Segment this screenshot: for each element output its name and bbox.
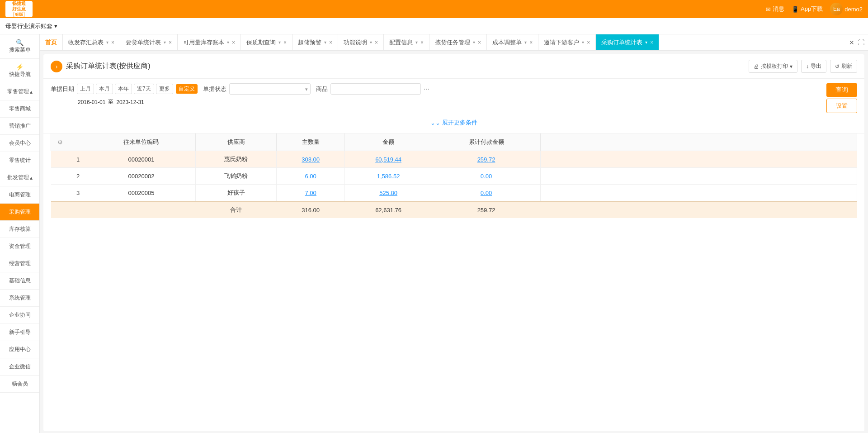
tab-gongneng[interactable]: 功能说明 ▾ × bbox=[338, 34, 384, 50]
tab-chengbentiaozhen[interactable]: 成本调整单 ▾ × bbox=[487, 34, 538, 50]
sidebar-item-retail-stats[interactable]: 零售统计 bbox=[0, 152, 39, 169]
status-select[interactable] bbox=[229, 83, 311, 95]
tab-chengbentiaozhen-close[interactable]: × bbox=[529, 39, 533, 46]
date-shortcut-this-month[interactable]: 本月 bbox=[96, 84, 113, 94]
sidebar-item-enterprise-collab[interactable]: 企业协同 bbox=[0, 307, 39, 324]
tab-caigoudingdan-close[interactable]: × bbox=[650, 39, 653, 46]
tab-shoufacun-close[interactable]: × bbox=[111, 39, 114, 46]
sidebar-enterprise-collab-label: 企业协同 bbox=[0, 311, 39, 319]
sidebar-item-app-center[interactable]: 应用中心 bbox=[0, 341, 39, 358]
column-settings-icon[interactable]: ⚙ bbox=[57, 139, 63, 146]
sidebar-item-retail-mgmt[interactable]: 零售管理 ▴ bbox=[0, 83, 39, 100]
sidebar-item-new-guide[interactable]: 新手引导 bbox=[0, 324, 39, 341]
message-label: 消息 bbox=[773, 5, 784, 13]
btn-query[interactable]: 查询 bbox=[826, 83, 857, 97]
row1-amount[interactable]: 60,519.44 bbox=[345, 151, 432, 168]
tab-peizhi[interactable]: 配置信息 ▾ × bbox=[384, 34, 429, 50]
tab-maximize-button[interactable]: ⛶ bbox=[858, 39, 864, 46]
sidebar-search-label: 搜索菜单 bbox=[0, 46, 39, 54]
btn-template-print[interactable]: 🖨 按模板打印 ▾ bbox=[749, 60, 797, 73]
goods-more-icon[interactable]: ··· bbox=[424, 85, 429, 93]
tab-keyongliang[interactable]: 可用量库存账本 ▾ × bbox=[178, 34, 241, 50]
tab-yaohuo-close[interactable]: × bbox=[169, 39, 172, 46]
tab-paihuorenwu-dropdown[interactable]: ▾ bbox=[473, 40, 475, 45]
tab-keyongliang-dropdown[interactable]: ▾ bbox=[227, 40, 229, 45]
tab-shoufacun-dropdown[interactable]: ▾ bbox=[106, 40, 108, 45]
sidebar-retail-mgmt-label: 零售管理 bbox=[7, 88, 29, 95]
btn-refresh[interactable]: ↺ 刷新 bbox=[830, 60, 857, 73]
sidebar-item-operations-mgmt[interactable]: 经营管理 bbox=[0, 255, 39, 272]
user-avatar-button[interactable]: Ea demo2 bbox=[830, 3, 863, 15]
sidebar-item-marketing[interactable]: 营销推广 bbox=[0, 118, 39, 135]
row3-main-qty[interactable]: 7.00 bbox=[277, 185, 345, 202]
tab-paihuorenwu-close[interactable]: × bbox=[478, 39, 481, 46]
col-settings: ⚙ bbox=[51, 133, 69, 151]
tab-chaochuyujing[interactable]: 超储预警 ▾ × bbox=[292, 34, 338, 50]
filter-goods-group: 商品 ··· bbox=[316, 83, 429, 95]
date-shortcut-7days[interactable]: 近7天 bbox=[134, 84, 154, 94]
tab-gongneng-dropdown[interactable]: ▾ bbox=[370, 40, 372, 45]
tab-caigoudingdan[interactable]: 采购订单统计表 ▾ × bbox=[596, 34, 659, 50]
tab-gongneng-close[interactable]: × bbox=[375, 39, 378, 46]
tab-baoyuanqi-dropdown[interactable]: ▾ bbox=[278, 40, 281, 45]
row2-amount[interactable]: 1,586.52 bbox=[345, 168, 432, 185]
download-icon: 📱 bbox=[792, 6, 799, 13]
tab-baoyuanqi[interactable]: 保质期查询 ▾ × bbox=[241, 34, 292, 50]
sidebar-item-ecommerce-mgmt[interactable]: 电商管理 bbox=[0, 186, 39, 204]
tab-chaochuyujing-close[interactable]: × bbox=[329, 39, 332, 46]
row3-paid-amount[interactable]: 0.00 bbox=[432, 185, 541, 202]
status-select-wrapper bbox=[229, 83, 311, 95]
tab-chengbentiaozhen-dropdown[interactable]: ▾ bbox=[524, 40, 527, 45]
btn-export[interactable]: ↓ 导出 bbox=[801, 60, 826, 73]
tab-peizhi-dropdown[interactable]: ▾ bbox=[415, 40, 418, 45]
tab-baoyuanqi-close[interactable]: × bbox=[283, 39, 287, 46]
row2-paid-amount[interactable]: 0.00 bbox=[432, 168, 541, 185]
tab-paihuorenwu[interactable]: 拣货任务管理 ▾ × bbox=[429, 34, 487, 50]
panel-toggle-button[interactable]: › bbox=[51, 61, 62, 72]
btn-settings[interactable]: 设置 bbox=[826, 99, 857, 113]
message-button[interactable]: ✉ 消息 bbox=[766, 5, 784, 13]
goods-input[interactable] bbox=[330, 83, 421, 95]
date-shortcut-this-year[interactable]: 本年 bbox=[115, 84, 132, 94]
row2-main-qty[interactable]: 6.00 bbox=[277, 168, 345, 185]
tab-chaochuyujing-dropdown[interactable]: ▾ bbox=[324, 40, 326, 45]
tab-close-all-button[interactable]: ✕ bbox=[849, 39, 854, 46]
sidebar-item-basic-info[interactable]: 基础信息 bbox=[0, 272, 39, 290]
tab-yaohuo-dropdown[interactable]: ▾ bbox=[164, 40, 166, 45]
sidebar-operations-mgmt-label: 经营管理 bbox=[0, 260, 39, 267]
col-unit-code: 往来单位编码 bbox=[87, 133, 196, 151]
expand-more-button[interactable]: ⌄⌄ 展开更多条件 bbox=[430, 117, 477, 128]
tab-yaohuo[interactable]: 要货单统计表 ▾ × bbox=[120, 34, 178, 50]
sidebar-item-member-center[interactable]: 会员中心 bbox=[0, 135, 39, 152]
sidebar-item-inventory-check[interactable]: 库存核算 bbox=[0, 221, 39, 238]
tab-yaoqingxiayou-dropdown[interactable]: ▾ bbox=[582, 40, 584, 45]
app-download-button[interactable]: 📱 App下载 bbox=[792, 5, 823, 13]
tab-caigoudingdan-dropdown[interactable]: ▾ bbox=[645, 40, 647, 45]
sidebar-inventory-check-label: 库存核算 bbox=[0, 225, 39, 233]
sidebar-item-enterprise-wechat[interactable]: 企业微信 bbox=[0, 358, 39, 376]
date-shortcut-last-month[interactable]: 上月 bbox=[77, 84, 94, 94]
col-extra bbox=[541, 133, 857, 151]
sidebar-item-wholesale-mgmt[interactable]: 批发管理 ▴ bbox=[0, 169, 39, 186]
workspace-selector[interactable]: 母婴行业演示账套 ▾ bbox=[5, 22, 57, 30]
tab-keyongliang-close[interactable]: × bbox=[232, 39, 235, 46]
tab-yaoqingxiayou-close[interactable]: × bbox=[587, 39, 590, 46]
row1-main-qty[interactable]: 303.00 bbox=[277, 151, 345, 168]
sidebar-item-purchase-mgmt[interactable]: 采购管理 bbox=[0, 204, 39, 221]
sidebar-item-system-mgmt[interactable]: 系统管理 bbox=[0, 290, 39, 307]
sidebar-item-quick-nav[interactable]: ⚡ 快捷导航 bbox=[0, 59, 39, 83]
row3-amount[interactable]: 525.80 bbox=[345, 185, 432, 202]
row1-paid-amount[interactable]: 259.72 bbox=[432, 151, 541, 168]
sidebar-item-vip-member[interactable]: 畅会员 bbox=[0, 376, 39, 393]
tab-home[interactable]: 首页 bbox=[40, 34, 63, 50]
btn-template-label: 按模板打印 bbox=[761, 62, 788, 70]
date-shortcut-more[interactable]: 更多 bbox=[156, 84, 173, 94]
tab-yaoqingxiayou[interactable]: 邀请下游客户 ▾ × bbox=[538, 34, 596, 50]
sidebar-item-retail-mall[interactable]: 零售商城 bbox=[0, 100, 39, 118]
sidebar-item-search[interactable]: 🔍 搜索菜单 bbox=[0, 34, 39, 59]
table-body: 1 00020001 惠氏奶粉 303.00 60,519.44 259.72 … bbox=[51, 151, 857, 202]
tab-shoufacun[interactable]: 收发存汇总表 ▾ × bbox=[63, 34, 120, 50]
tab-keyongliang-label: 可用量库存账本 bbox=[183, 38, 224, 47]
tab-peizhi-close[interactable]: × bbox=[420, 39, 424, 46]
sidebar-item-capital-mgmt[interactable]: 资金管理 bbox=[0, 238, 39, 255]
